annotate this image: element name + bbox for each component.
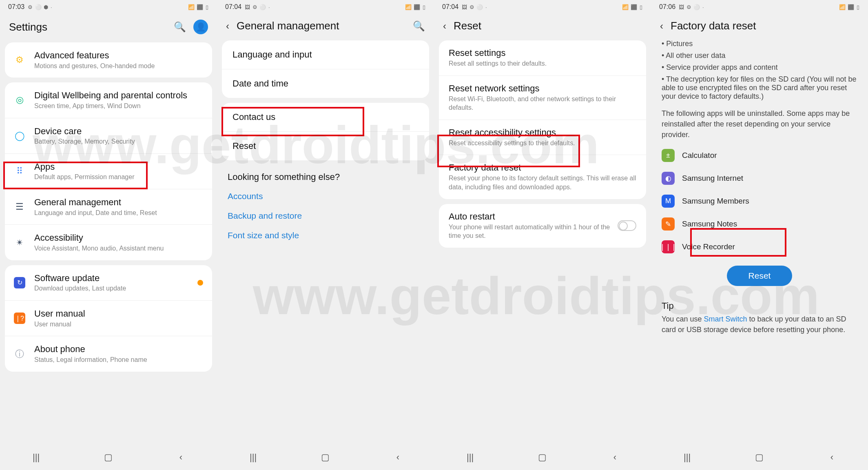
settings-group-3: ↻ Software updateDownload updates, Last … bbox=[5, 265, 212, 372]
gm-group-2: Contact us Reset bbox=[222, 103, 429, 160]
back-button[interactable]: ‹ bbox=[598, 452, 631, 463]
screenshot-general-management: 07:04🖼 ⚙ ⚪ · 📶 ⬛ ▯ ‹ General management … bbox=[217, 0, 434, 470]
auto-restart-toggle[interactable] bbox=[618, 220, 636, 231]
screenshot-settings: 07:03⚙ ⚪ ⬢ · 📶 ⬛ ▯ Settings 🔍 👤 ⚙ Advanc… bbox=[0, 0, 217, 470]
reset-options-card: Reset settingsReset all settings to thei… bbox=[439, 40, 646, 199]
tip-text: You can use Smart Switch to back up your… bbox=[651, 314, 868, 343]
status-left-icons: 🖼 ⚙ ⚪ · bbox=[462, 4, 487, 10]
erase-list-item: The decryption key for files on the SD c… bbox=[662, 73, 857, 102]
android-navbar: ||| ▢ ‹ bbox=[0, 445, 217, 470]
status-right-icons: 📶 ⬛ ▯ bbox=[405, 4, 426, 10]
about-phone-item[interactable]: ⓘ About phoneStatus, Legal information, … bbox=[5, 336, 212, 371]
back-arrow-icon[interactable]: ‹ bbox=[660, 20, 663, 32]
home-button[interactable]: ▢ bbox=[309, 452, 342, 463]
accounts-link[interactable]: Accounts bbox=[217, 186, 434, 206]
android-navbar: ||| ▢ ‹ bbox=[434, 445, 651, 470]
clock: 07:06 bbox=[659, 3, 675, 11]
app-voice-recorder: ❘❘❘Voice Recorder bbox=[651, 235, 868, 258]
user-manual-item[interactable]: ❘? User manualUser manual bbox=[5, 300, 212, 336]
header: ‹ Reset bbox=[434, 12, 651, 38]
general-management-item[interactable]: ☰ General managementLanguage and input, … bbox=[5, 189, 212, 224]
app-samsung-notes: ✎Samsung Notes bbox=[651, 213, 868, 235]
recents-button[interactable]: ||| bbox=[671, 452, 704, 463]
app-calculator: ±Calculator bbox=[651, 144, 868, 167]
android-navbar: ||| ▢ ‹ bbox=[651, 445, 868, 470]
status-right-icons: 📶 ⬛ ▯ bbox=[188, 4, 209, 10]
backup-restore-link[interactable]: Backup and restore bbox=[217, 206, 434, 226]
software-update-icon: ↻ bbox=[14, 277, 25, 288]
apps-icon: ⠿ bbox=[14, 166, 25, 177]
status-right-icons: 📶 ⬛ ▯ bbox=[622, 4, 643, 10]
digital-wellbeing-item[interactable]: ◎ Digital Wellbeing and parental control… bbox=[5, 82, 212, 118]
advanced-features-item[interactable]: ⚙ Advanced featuresMotions and gestures,… bbox=[5, 42, 212, 78]
contact-us-item[interactable]: Contact us bbox=[222, 103, 429, 131]
app-samsung-internet: ◐Samsung Internet bbox=[651, 167, 868, 190]
status-right-icons: 📶 ⬛ ▯ bbox=[839, 4, 860, 10]
font-size-style-link[interactable]: Font size and style bbox=[217, 226, 434, 245]
factory-data-reset-item[interactable]: Factory data resetReset your phone to it… bbox=[439, 155, 646, 199]
calculator-icon: ± bbox=[662, 149, 675, 162]
apps-item[interactable]: ⠿ AppsDefault apps, Permission manager bbox=[5, 153, 212, 189]
recents-button[interactable]: ||| bbox=[20, 452, 53, 463]
clock: 07:04 bbox=[225, 3, 241, 11]
profile-avatar[interactable]: 👤 bbox=[193, 20, 208, 34]
reset-scroll-area[interactable]: Pictures All other user data Service pro… bbox=[651, 38, 868, 445]
uninstall-notice: The following apps will be uninstalled. … bbox=[651, 104, 868, 144]
erase-list: Pictures All other user data Service pro… bbox=[651, 38, 868, 104]
back-button[interactable]: ‹ bbox=[164, 452, 197, 463]
recents-button[interactable]: ||| bbox=[454, 452, 487, 463]
clock: 07:03 bbox=[8, 3, 24, 11]
home-button[interactable]: ▢ bbox=[526, 452, 559, 463]
status-bar: 07:04🖼 ⚙ ⚪ · 📶 ⬛ ▯ bbox=[434, 0, 651, 12]
page-title: Factory data reset bbox=[671, 20, 859, 32]
auto-restart-card: Auto restartYour phone will restart auto… bbox=[439, 204, 646, 248]
info-icon: ⓘ bbox=[14, 348, 25, 360]
screenshot-factory-data-reset: 07:06🖼 ⚙ ⚪ · 📶 ⬛ ▯ ‹ Factory data reset … bbox=[651, 0, 868, 470]
reset-item[interactable]: Reset bbox=[222, 131, 429, 160]
header: Settings 🔍 👤 bbox=[0, 12, 217, 40]
samsung-notes-icon: ✎ bbox=[662, 217, 675, 231]
device-care-item[interactable]: ◯ Device careBattery, Storage, Memory, S… bbox=[5, 118, 212, 153]
voice-recorder-icon: ❘❘❘ bbox=[662, 240, 675, 253]
status-left-icons: 🖼 ⚙ ⚪ · bbox=[245, 4, 270, 10]
back-button[interactable]: ‹ bbox=[381, 452, 414, 463]
back-arrow-icon[interactable]: ‹ bbox=[226, 20, 229, 32]
software-update-item[interactable]: ↻ Software updateDownload updates, Last … bbox=[5, 265, 212, 300]
back-button[interactable]: ‹ bbox=[815, 452, 848, 463]
settings-group-2: ◎ Digital Wellbeing and parental control… bbox=[5, 82, 212, 260]
reset-network-item[interactable]: Reset network settingsReset Wi-Fi, Bluet… bbox=[439, 75, 646, 120]
recents-button[interactable]: ||| bbox=[237, 452, 270, 463]
reset-confirm-button[interactable]: Reset bbox=[727, 266, 792, 286]
tip-heading: Tip bbox=[651, 293, 868, 314]
page-title: Settings bbox=[9, 21, 166, 33]
page-title: Reset bbox=[454, 20, 642, 32]
samsung-internet-icon: ◐ bbox=[662, 172, 675, 185]
erase-list-item: Service provider apps and content bbox=[662, 62, 857, 73]
smart-switch-link[interactable]: Smart Switch bbox=[704, 315, 747, 323]
header: ‹ Factory data reset bbox=[651, 12, 868, 38]
erase-list-item: Pictures bbox=[662, 38, 857, 50]
header: ‹ General management 🔍 bbox=[217, 12, 434, 38]
accessibility-icon: ✴ bbox=[14, 237, 25, 248]
language-input-item[interactable]: Language and input bbox=[222, 40, 429, 69]
search-icon[interactable]: 🔍 bbox=[174, 21, 186, 33]
app-samsung-members: MSamsung Members bbox=[651, 190, 868, 213]
status-bar: 07:04🖼 ⚙ ⚪ · 📶 ⬛ ▯ bbox=[217, 0, 434, 12]
accessibility-item[interactable]: ✴ AccessibilityVoice Assistant, Mono aud… bbox=[5, 224, 212, 260]
android-navbar: ||| ▢ ‹ bbox=[217, 445, 434, 470]
reset-settings-item[interactable]: Reset settingsReset all settings to thei… bbox=[439, 40, 646, 75]
home-button[interactable]: ▢ bbox=[743, 452, 776, 463]
status-left-icons: ⚙ ⚪ ⬢ · bbox=[28, 4, 52, 10]
device-care-icon: ◯ bbox=[14, 130, 25, 142]
date-time-item[interactable]: Date and time bbox=[222, 69, 429, 98]
search-icon[interactable]: 🔍 bbox=[413, 20, 425, 32]
status-bar: 07:06🖼 ⚙ ⚪ · 📶 ⬛ ▯ bbox=[651, 0, 868, 12]
auto-restart-item[interactable]: Auto restartYour phone will restart auto… bbox=[439, 204, 646, 248]
clock: 07:04 bbox=[442, 3, 458, 11]
manual-icon: ❘? bbox=[14, 313, 25, 324]
reset-accessibility-item[interactable]: Reset accessibility settingsReset access… bbox=[439, 120, 646, 155]
samsung-members-icon: M bbox=[662, 195, 675, 208]
sliders-icon: ☰ bbox=[14, 201, 25, 213]
home-button[interactable]: ▢ bbox=[92, 452, 125, 463]
back-arrow-icon[interactable]: ‹ bbox=[443, 20, 446, 32]
